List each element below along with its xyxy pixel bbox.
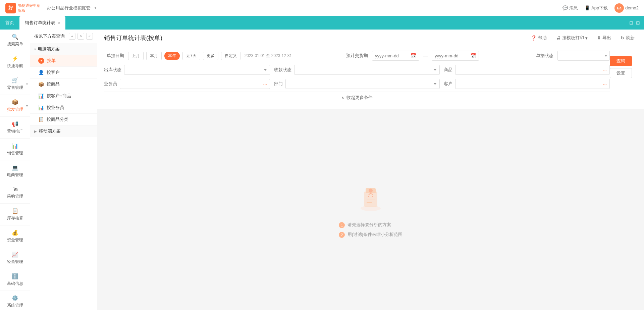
sidebar-item-purchase[interactable]: 🛍 采购管理 [0,182,30,204]
sidebar-item-retail[interactable]: 🛒 零售管理 [0,73,30,95]
filter-area: 单据日期 上月 本月 本年 近7天 更多 自定义 2023-01-01 至 20… [97,45,644,109]
group-arrow-icon: ▾ [34,47,36,51]
sidebar-item-basicinfo[interactable]: ℹ️ 基础信息 [0,269,30,291]
collapse-panel-button[interactable]: « [86,33,93,40]
tab-active[interactable]: 销售订单统计表 × [19,16,65,30]
sidebar-label-wholesale: 批发管理 [7,107,23,112]
sidebar-label-sales: 销售管理 [7,150,23,156]
goods-label: 商品 [444,67,452,73]
operations-icon: 📈 [12,251,18,258]
sidebar-item-quicknav[interactable]: ⚡ 快捷导航 [0,51,30,73]
user-profile[interactable]: Ea demo2 [614,3,639,13]
customer-select[interactable]: ··· [455,79,610,89]
collapse-filters-button[interactable]: ∧ 收起更多条件 [104,92,610,103]
app-download-icon: 📱 [585,5,590,10]
date-btn-last-month[interactable]: 上月 [128,52,144,60]
help-button[interactable]: ❓ 帮助 [528,34,549,42]
export-icon: ⬇ [597,35,601,41]
expected-end-field[interactable] [435,53,468,58]
expected-date-start-input[interactable]: 📅 [372,51,419,61]
status-dropdown-icon: ▾ [605,54,607,58]
scheme-group-mobile-header[interactable]: ▶ 移动端方案 [30,125,97,137]
inventory-icon: 📋 [12,208,18,214]
tab-home[interactable]: 首页 [0,16,19,30]
status-label: 单据状态 [533,53,553,59]
sidebar-label-retail: 零售管理 [7,85,23,91]
left-panel-title: 按以下方案查询 [34,33,67,39]
expected-date-end-input[interactable]: 📅 [432,51,479,61]
content-area: 按以下方案查询 + ✎ « ▾ 电脑端方案 ● 按单 [30,30,644,310]
message-icon: 💬 [562,5,568,10]
svg-point-3 [369,189,373,193]
date-btn-this-year[interactable]: 本年 [164,52,180,60]
settings-button[interactable]: 设置 [610,68,632,78]
app-download-label: App下载 [591,5,608,11]
date-btn-this-month[interactable]: 本月 [146,52,162,60]
sidebar-label-quicknav: 快捷导航 [7,63,23,69]
svg-point-4 [368,196,369,197]
expected-start-field[interactable] [375,53,409,58]
add-scheme-button[interactable]: + [69,33,75,40]
date-btn-custom[interactable]: 自定义 [221,52,240,60]
sidebar-label-search: 搜索菜单 [7,41,23,47]
goods-ellipsis-icon: ··· [603,67,607,72]
scheme-group-pc-header[interactable]: ▾ 电脑端方案 [30,43,97,55]
sidebar-item-finance[interactable]: 💰 资金管理 [0,225,30,247]
export-button[interactable]: ⬇ 导出 [594,34,614,42]
app-download-action[interactable]: 📱 App下载 [585,5,608,11]
refresh-button[interactable]: ↻ 刷新 [618,34,637,42]
calendar-end-icon[interactable]: 📅 [470,53,476,58]
sidebar-item-search[interactable]: 🔍 搜索菜单 [0,30,30,51]
search-button[interactable]: 查询 [610,56,632,66]
goods-select[interactable]: ··· [455,65,610,75]
delivery-field: 出库状态 [104,65,270,75]
sidebar-item-system[interactable]: ⚙️ 系统管理 [0,291,30,310]
salesperson-scheme-icon: 📊 [38,105,44,110]
sidebar-item-marketing[interactable]: 📢 营销推广 [0,117,30,139]
department-select[interactable] [285,79,440,89]
ecommerce-icon: 💻 [12,164,18,171]
sidebar-label-marketing: 营销推广 [7,128,23,134]
top-bar-right: 💬 消息 📱 App下载 Ea demo2 [562,3,639,13]
scheme-item-by-order[interactable]: ● 按单 [30,55,97,67]
sidebar-label-operations: 经营管理 [7,259,23,265]
group-mobile-arrow-icon: ▶ [34,130,37,133]
tip-text-1: 请先选择要分析的方案 [347,222,391,228]
status-select[interactable]: ▾ [557,51,610,61]
scheme-item-by-category[interactable]: 📋 按商品分类 [30,114,97,125]
dropdown-arrow-icon[interactable]: ▾ [95,6,96,10]
tab-bar: 首页 销售订单统计表 × ⊟ ⊞ [0,16,644,30]
date-label: 单据日期 [104,53,124,59]
message-action[interactable]: 💬 消息 [562,5,578,11]
delivery-select[interactable] [124,65,270,75]
sidebar-item-inventory[interactable]: 📋 库存核算 [0,204,30,225]
date-btn-7days[interactable]: 近7天 [182,52,200,60]
scheme-group-pc-label: 电脑端方案 [38,46,60,52]
tip-num-2: 2 [339,232,345,238]
tab-close-icon[interactable]: × [58,21,60,25]
payment-field: 收款状态 [274,65,440,75]
salesperson-select[interactable]: ··· [120,79,270,89]
tip-num-1: 1 [339,222,345,228]
sidebar-item-wholesale[interactable]: 📦 批发管理 [0,95,30,117]
left-panel: 按以下方案查询 + ✎ « ▾ 电脑端方案 ● 按单 [30,30,97,310]
goods-scheme-icon: 📦 [38,82,44,87]
customer-label: 客户 [444,81,452,87]
template-print-button[interactable]: 🖨 按模板打印 ▾ [553,34,590,42]
sidebar-item-operations[interactable]: 📈 经营管理 [0,247,30,269]
scheme-item-by-salesperson[interactable]: 📊 按业务员 [30,102,97,114]
sidebar-item-sales[interactable]: 📊 销售管理 [0,139,30,160]
payment-select[interactable] [294,65,440,75]
marketing-icon: 📢 [12,121,18,127]
scheme-item-by-goods[interactable]: 📦 按商品 [30,79,97,90]
maximize-icon[interactable]: ⊞ [636,20,640,25]
date-btn-more[interactable]: 更多 [203,52,218,60]
edit-scheme-button[interactable]: ✎ [77,33,84,40]
calendar-start-icon[interactable]: 📅 [411,53,416,58]
search-icon: 🔍 [12,34,18,40]
scheme-item-by-customer[interactable]: 👤 按客户 [30,67,97,79]
scheme-item-by-customer-goods[interactable]: 📊 按客户+商品 [30,90,97,102]
window-controls: ⊟ ⊞ [625,20,644,25]
sidebar-item-ecommerce[interactable]: 💻 电商管理 [0,160,30,182]
minimize-icon[interactable]: ⊟ [629,20,633,25]
